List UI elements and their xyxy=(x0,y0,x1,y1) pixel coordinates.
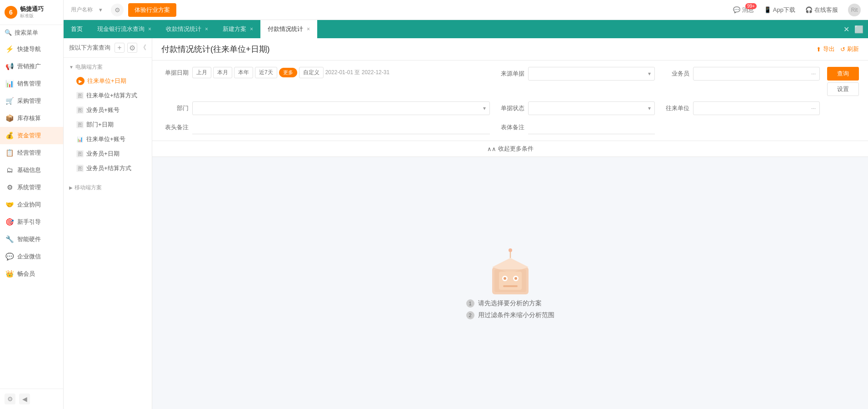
search-menu-label: 搜索菜单 xyxy=(15,29,38,37)
sidebar-item-wechat[interactable]: 💬 企业微信 xyxy=(0,248,63,265)
date-btn-this-year[interactable]: 本年 xyxy=(234,67,253,78)
topbar-dropdown-arrow[interactable]: ▾ xyxy=(99,6,106,14)
sidebar-item-system[interactable]: ⚙ 系统管理 xyxy=(0,179,63,196)
scheme-item-salesman-account[interactable]: 图 业务员+账号 xyxy=(64,103,152,117)
tab-payment-stat-label: 付款情况统计 xyxy=(268,25,303,33)
sidebar: 6 畅捷通巧 标准版 🔍 搜索菜单 ⚡ 快捷导航 📢 营销推广 📊 销售管理 🛒… xyxy=(0,0,64,409)
sidebar-nav: ⚡ 快捷导航 📢 营销推广 📊 销售管理 🛒 采购管理 📦 库存核算 💰 资金管… xyxy=(0,40,63,389)
tab-home[interactable]: 首页 xyxy=(64,20,90,38)
content-area: 按以下方案查询 + ⚙ 《 ▼ 电脑端方案 ▶ 往来单位+日期 图 xyxy=(64,38,868,409)
refresh-icon: ↺ xyxy=(840,46,845,53)
sidebar-item-label: 采购管理 xyxy=(17,97,41,105)
tab-bank-flow-label: 现金银行流水查询 xyxy=(97,25,145,33)
sidebar-item-marketing[interactable]: 📢 营销推广 xyxy=(0,58,63,75)
message-icon: 💬 xyxy=(733,6,740,13)
scheme-item-salesman-settle[interactable]: 图 业务员+结算方式 xyxy=(64,161,152,176)
counterpart-select[interactable]: ··· xyxy=(693,101,820,115)
scheme-item-label: 业务员+日期 xyxy=(86,150,120,158)
app-download-label: App下载 xyxy=(773,6,795,14)
sidebar-settings-btn[interactable]: ⚙ xyxy=(5,394,15,404)
salesman-label: 业务员 xyxy=(662,70,689,78)
date-btn-more[interactable]: 更多 xyxy=(279,68,297,77)
scheme-item-salesman-date[interactable]: 图 业务员+日期 xyxy=(64,146,152,161)
dept-select[interactable]: ▾ xyxy=(192,101,490,115)
sidebar-item-label: 系统管理 xyxy=(17,183,41,192)
sidebar-item-label: 销售管理 xyxy=(17,80,41,88)
desktop-group-label: 电脑端方案 xyxy=(75,63,103,71)
refresh-btn[interactable]: ↺ 刷新 xyxy=(840,45,859,53)
desktop-arrow-icon: ▼ xyxy=(69,65,74,70)
doc-status-arrow: ▾ xyxy=(648,105,651,111)
tab-receivable[interactable]: 收款情况统计 × xyxy=(159,20,215,38)
mobile-group-title[interactable]: ▶ 移动端方案 xyxy=(64,181,152,194)
doc-status-select[interactable]: ▾ xyxy=(528,101,655,115)
scheme-item-label: 往来单位+账号 xyxy=(86,135,125,143)
right-panel: 付款情况统计(往来单位+日期) ⬆ 导出 ↺ 刷新 单 xyxy=(152,38,868,409)
topbar-app-download[interactable]: 📱 App下载 xyxy=(764,6,795,14)
sidebar-bottom: ⚙ ◀ xyxy=(0,389,63,409)
sidebar-item-member[interactable]: 👑 畅会员 xyxy=(0,265,63,283)
enterprise-icon: 🤝 xyxy=(5,201,14,209)
source-label: 来源单据 xyxy=(497,70,524,78)
tab-bank-flow-close[interactable]: × xyxy=(148,26,151,32)
sales-icon: 📊 xyxy=(5,80,14,88)
date-btn-custom[interactable]: 自定义 xyxy=(299,67,324,78)
sidebar-item-enterprise[interactable]: 🤝 企业协同 xyxy=(0,196,63,213)
tab-receivable-close[interactable]: × xyxy=(205,26,208,32)
svg-point-6 xyxy=(504,277,506,280)
trial-industry-btn[interactable]: 体验行业方案 xyxy=(128,3,176,17)
tab-close-all-btn[interactable]: ✕ xyxy=(841,24,852,35)
filter-source-item: 来源单据 ▾ xyxy=(497,67,655,81)
topbar-online-service[interactable]: 🎧 在线客服 xyxy=(805,6,838,14)
panel-collapse-btn[interactable]: 《 xyxy=(140,44,146,52)
tabbar: 首页 现金银行流水查询 × 收款情况统计 × 新建方案 × 付款情况统计 × ✕… xyxy=(64,20,868,38)
empty-tip-1: 1 请先选择要分析的方案 xyxy=(466,299,554,308)
search-menu[interactable]: 🔍 搜索菜单 xyxy=(0,25,63,40)
sidebar-item-label: 经营管理 xyxy=(17,149,41,157)
tab-payment-stat-close[interactable]: × xyxy=(307,26,310,32)
page-header: 付款情况统计(往来单位+日期) ⬆ 导出 ↺ 刷新 xyxy=(152,38,868,61)
tab-maximize-btn[interactable]: ⬜ xyxy=(853,24,864,35)
date-btn-7days[interactable]: 近7天 xyxy=(255,67,277,78)
sidebar-item-finance[interactable]: 💰 资金管理 xyxy=(0,127,63,144)
sidebar-item-basic-info[interactable]: 🗂 基础信息 xyxy=(0,162,63,179)
sidebar-item-inventory[interactable]: 📦 库存核算 xyxy=(0,110,63,127)
sidebar-item-operations[interactable]: 📋 经营管理 xyxy=(0,144,63,162)
topbar-avatar[interactable]: Rit xyxy=(848,4,861,16)
scheme-settings-btn[interactable]: ⚙ xyxy=(127,43,137,53)
tab-payment-stat[interactable]: 付款情况统计 × xyxy=(260,20,317,38)
date-btn-this-month[interactable]: 本月 xyxy=(213,67,232,78)
scheme-item-counterpart-settle[interactable]: 图 往来单位+结算方式 xyxy=(64,88,152,103)
scheme-item-counterpart-account[interactable]: 📊 往来单位+账号 xyxy=(64,132,152,146)
date-btn-last-month[interactable]: 上月 xyxy=(192,67,211,78)
sidebar-item-guide[interactable]: 🎯 新手引导 xyxy=(0,213,63,231)
sidebar-item-hardware[interactable]: 🔧 智能硬件 xyxy=(0,231,63,248)
collapse-more-btn[interactable]: ∧∧ 收起更多条件 xyxy=(487,145,534,153)
scheme-item-counterpart-date[interactable]: ▶ 往来单位+日期 xyxy=(64,74,152,88)
scheme-item-dept-date[interactable]: 图 部门+日期 xyxy=(64,117,152,132)
topbar-settings-btn[interactable]: ⚙ xyxy=(111,4,124,16)
sidebar-collapse-btn[interactable]: ◀ xyxy=(19,394,30,404)
body-note-input[interactable] xyxy=(528,121,655,134)
sidebar-item-quick-nav[interactable]: ⚡ 快捷导航 xyxy=(0,40,63,58)
header-note-input[interactable] xyxy=(192,121,490,134)
salesman-select[interactable]: ··· xyxy=(693,67,820,81)
sidebar-item-sales[interactable]: 📊 销售管理 xyxy=(0,75,63,92)
counterpart-arrow: ··· xyxy=(811,105,816,111)
topbar-message[interactable]: 💬 消息 99+ xyxy=(733,6,754,14)
query-btn[interactable]: 查询 xyxy=(827,67,859,81)
refresh-label: 刷新 xyxy=(847,45,859,53)
add-scheme-btn[interactable]: + xyxy=(115,43,125,53)
sidebar-item-purchase[interactable]: 🛒 采购管理 xyxy=(0,92,63,110)
export-btn[interactable]: ⬆ 导出 xyxy=(816,45,835,53)
collapse-bar[interactable]: ∧∧ 收起更多条件 xyxy=(152,141,868,157)
tab-new-scheme-close[interactable]: × xyxy=(250,26,253,32)
tab-new-scheme[interactable]: 新建方案 × xyxy=(215,20,260,38)
search-icon: 🔍 xyxy=(5,29,12,36)
filter-settings-btn[interactable]: 设置 xyxy=(827,82,859,96)
sidebar-item-label: 智能硬件 xyxy=(17,235,41,243)
desktop-group-title[interactable]: ▼ 电脑端方案 xyxy=(64,61,152,74)
tab-bank-flow[interactable]: 现金银行流水查询 × xyxy=(90,20,159,38)
source-select[interactable]: ▾ xyxy=(528,67,655,81)
page-header-actions: ⬆ 导出 ↺ 刷新 xyxy=(816,45,859,53)
